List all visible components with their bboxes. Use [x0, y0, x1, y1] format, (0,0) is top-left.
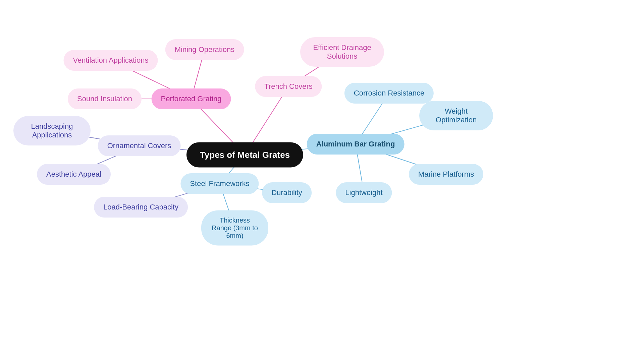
steel-frameworks-node: Steel Frameworks: [180, 173, 259, 194]
thickness-range-node: Thickness Range (3mm to 6mm): [201, 210, 268, 246]
landscaping-apps-node: Landscaping Applications: [13, 116, 91, 145]
lightweight-node: Lightweight: [336, 182, 392, 203]
ventilation-apps-node: Ventilation Applications: [63, 50, 158, 71]
aesthetic-appeal-node: Aesthetic Appeal: [37, 164, 111, 185]
marine-platforms-node: Marine Platforms: [409, 164, 483, 185]
durability-node: Durability: [262, 182, 312, 203]
center-node: Types of Metal Grates: [186, 142, 303, 168]
trench-covers-node: Trench Covers: [255, 76, 322, 97]
weight-optimization-node: Weight Optimization: [419, 101, 493, 130]
aluminum-bar-grating-node: Aluminum Bar Grating: [307, 134, 405, 155]
mindmap-container: Types of Metal GratesPerforated GratingV…: [0, 0, 644, 363]
corrosion-resistance-node: Corrosion Resistance: [344, 83, 434, 104]
perforated-grating-node: Perforated Grating: [152, 88, 231, 109]
efficient-drainage-node: Efficient Drainage Solutions: [300, 37, 384, 67]
sound-insulation-node: Sound Insulation: [68, 88, 142, 109]
mining-ops-node: Mining Operations: [165, 39, 244, 60]
ornamental-covers-node: Ornamental Covers: [98, 135, 181, 156]
load-bearing-node: Load-Bearing Capacity: [94, 197, 188, 218]
